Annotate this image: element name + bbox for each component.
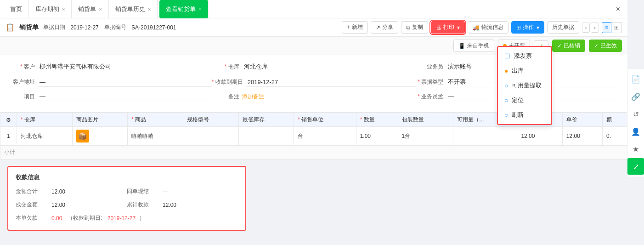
- staff-label: 业务员: [416, 63, 443, 71]
- row-available: [453, 127, 517, 146]
- copy-icon: ⧉: [406, 24, 410, 31]
- col-settings[interactable]: ⚙: [0, 113, 17, 127]
- dropdown-available-qty[interactable]: ○ 可用量提取: [498, 78, 551, 93]
- subtotal-row: 小计: [0, 146, 627, 160]
- view-list-button[interactable]: ≡: [602, 22, 611, 33]
- nav-next[interactable]: ›: [591, 23, 599, 33]
- expand-icon: ⤢: [633, 162, 639, 171]
- tab-check-sales-close[interactable]: ×: [198, 6, 201, 12]
- warehouse-value[interactable]: 河北仓库: [242, 62, 416, 72]
- number-label: 单据编号 SA-20191227-001: [104, 23, 176, 31]
- owed-row: 本单欠款 0.00 （收款到期日: 2019-12-27 ）: [16, 213, 238, 223]
- payment-date-field: 收款到期日 2019-12-27: [212, 78, 416, 87]
- sales-order-icon: 📋: [6, 23, 15, 32]
- operation-button[interactable]: ⊞ 操作 ▾: [511, 21, 544, 34]
- cumulative-label: 累计收款: [127, 201, 159, 209]
- number-value: SA-20191227-001: [131, 24, 176, 31]
- dropdown-refresh[interactable]: ○ 刷新: [498, 108, 551, 122]
- share-icon: ↗: [376, 24, 380, 31]
- copy-button[interactable]: ⧉ 复制: [401, 21, 428, 34]
- nav-prev[interactable]: ‹: [582, 23, 590, 33]
- tab-check-sales[interactable]: 查看销货单 ×: [159, 0, 208, 18]
- sidebar-star-button[interactable]: ★: [627, 141, 644, 157]
- dropdown-out-stock[interactable]: ● 出库: [498, 63, 551, 78]
- sidebar-document-button[interactable]: 📄: [627, 71, 644, 87]
- history-button[interactable]: 历史单据: [547, 21, 579, 34]
- col-unit-price: 单价: [562, 113, 602, 127]
- payment-date-value: 2019-12-27: [246, 78, 416, 87]
- tab-inventory-init-close[interactable]: ×: [62, 6, 65, 12]
- view-grid-button[interactable]: ⊞: [611, 22, 622, 33]
- sidebar-expand-button[interactable]: ⤢: [627, 158, 644, 175]
- tab-sales-order-close[interactable]: ×: [99, 6, 102, 12]
- tab-home[interactable]: 首页: [4, 0, 29, 18]
- address-label: 客户地址: [7, 78, 35, 86]
- row-no: 1: [0, 127, 17, 146]
- from-phone-button[interactable]: 📱 来自手机: [453, 40, 494, 52]
- document-icon: 📄: [631, 75, 640, 84]
- toolbar-left: 📋 销货单 单据日期 2019-12-27 单据编号 SA-20191227-0…: [6, 23, 176, 32]
- row-pack-qty: 1台: [398, 127, 453, 146]
- sidebar-user-button[interactable]: 👤: [627, 123, 644, 140]
- owed-value: 0.00: [51, 215, 62, 222]
- transaction-row: 成交金额 12.00: [16, 199, 127, 210]
- tab-sales-history-label: 销货单历史: [115, 5, 145, 13]
- row-spec: [183, 127, 238, 146]
- table-row: 1 河北仓库 📦 嘻嘻嘻嘻 台 1.00 1台 12.00 12.00 0.: [0, 127, 627, 146]
- owed-suffix: （收款到期日:: [68, 214, 102, 222]
- project-field: 项目 —: [7, 92, 212, 101]
- window-close-button[interactable]: ×: [612, 5, 624, 13]
- operation-dropdown-arrow[interactable]: ▾: [537, 24, 539, 31]
- remark-label: 备注: [212, 93, 239, 101]
- logistics-button[interactable]: 🚚 物流信息: [468, 21, 508, 34]
- print-dropdown-arrow[interactable]: ▾: [457, 24, 460, 31]
- customer-field: 客户 柳州粤港平安气体有限公司: [7, 62, 212, 72]
- col-unit: 销售单位: [294, 113, 356, 127]
- truck-icon: 🚚: [473, 24, 480, 31]
- user-icon: 👤: [631, 127, 640, 136]
- product-thumbnail: 📦: [76, 130, 89, 142]
- already-cancelled-button[interactable]: ✓ 已核销: [552, 40, 585, 52]
- total-value: 12.00: [51, 188, 65, 195]
- tab-inventory-init[interactable]: 库存期初 ×: [29, 0, 72, 18]
- share-button[interactable]: ↗ 分享: [371, 21, 398, 34]
- already-effective-button[interactable]: ✓ 已生效: [589, 40, 622, 52]
- col-min-stock: 最低库存: [238, 113, 294, 127]
- payment-section: 收款信息 金额合计 12.00 同单现结 — 成交金额 12.00 累计收款 1…: [7, 166, 246, 231]
- tab-sales-history-close[interactable]: ×: [148, 6, 151, 12]
- print-button[interactable]: 🖨 打印 ▾: [431, 21, 465, 34]
- tab-check-sales-label: 查看销货单: [166, 5, 196, 13]
- tab-inventory-init-label: 库存期初: [35, 5, 59, 13]
- add-invoice-icon: ☐: [504, 52, 510, 60]
- row-unit-price: 12.00: [562, 127, 602, 146]
- row-product: 嘻嘻嘻嘻: [128, 127, 183, 146]
- same-order-value: —: [163, 188, 168, 195]
- add-remark-button[interactable]: 添加备注: [242, 93, 264, 101]
- new-button[interactable]: + 新增: [342, 21, 367, 34]
- cancelled-icon: ✓: [557, 43, 562, 49]
- nav-arrows: ‹ ›: [582, 23, 599, 33]
- right-sidebar: 📄 🔗 ↺ 👤 ★ ⤢: [627, 69, 644, 177]
- sidebar-link-button[interactable]: 🔗: [627, 88, 644, 105]
- payment-title: 收款信息: [16, 173, 238, 182]
- tab-sales-order[interactable]: 销货单 ×: [72, 0, 108, 18]
- dropdown-locate[interactable]: ○ 定位: [498, 93, 551, 108]
- total-label: 金额合计: [16, 188, 48, 195]
- operation-dropdown: ☐ 添发票 ● 出库 ○ 可用量提取 ○ 定位 ○ 刷新: [497, 46, 552, 125]
- tab-sales-history[interactable]: 销货单历史 ×: [109, 0, 158, 18]
- locate-icon: ○: [504, 97, 508, 104]
- available-qty-icon: ○: [504, 82, 508, 89]
- row-image: 📦: [72, 127, 128, 146]
- row-current-stock: 12.00: [517, 127, 562, 146]
- cumulative-row: 累计收款 12.00: [127, 199, 238, 210]
- transaction-value: 12.00: [51, 202, 65, 208]
- dropdown-add-invoice[interactable]: ☐ 添发票: [498, 49, 551, 63]
- payment-date-label: 收款到期日: [212, 78, 243, 86]
- refresh2-icon: ↺: [633, 110, 639, 119]
- customer-value[interactable]: 柳州粤港平安气体有限公司: [38, 62, 212, 72]
- sidebar-refresh-button[interactable]: ↺: [627, 106, 644, 122]
- row-min-stock: [238, 127, 294, 146]
- row-quantity: 1.00: [356, 127, 398, 146]
- transaction-label: 成交金额: [16, 201, 48, 209]
- owed-date: 2019-12-27: [107, 215, 136, 222]
